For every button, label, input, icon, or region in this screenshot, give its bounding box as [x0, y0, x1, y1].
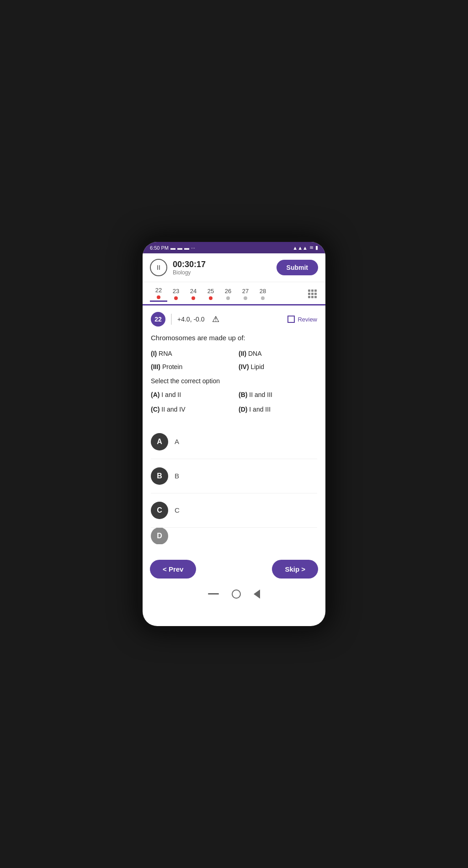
- question-meta: 22 +4.0, -0.0 ⚠ Review: [151, 312, 317, 327]
- wifi-icon: ≋: [309, 245, 314, 251]
- nav-item-23[interactable]: 23: [167, 288, 185, 304]
- android-nav-bar: [143, 585, 325, 600]
- nav-dot-25: [209, 296, 213, 300]
- nav-item-25[interactable]: 25: [202, 288, 219, 304]
- review-checkbox[interactable]: [287, 316, 295, 323]
- header-left: II 00:30:17 Biology: [150, 259, 206, 276]
- answer-circle-C: C: [151, 502, 168, 519]
- nav-item-27[interactable]: 27: [237, 288, 254, 304]
- back-icon[interactable]: [254, 589, 260, 599]
- phone-outer: 6:50 PM ▬ ▬ ▬ ··· ▲▲▲ ≋ ▮ II 00:30:17: [138, 237, 330, 631]
- correct-option-B: (B) II and III: [239, 388, 317, 401]
- answer-label-A: A: [175, 438, 179, 445]
- prev-button[interactable]: < Prev: [150, 560, 196, 579]
- timer-display: 00:30:17: [173, 260, 206, 269]
- select-label: Select the correct option: [151, 377, 317, 385]
- submit-button[interactable]: Submit: [277, 260, 318, 275]
- nav-num-26: 26: [225, 288, 231, 295]
- score-label: +4.0, -0.0: [177, 316, 205, 323]
- question-nav: 22 23 24 25 26: [143, 282, 325, 305]
- nav-dot-24: [191, 296, 195, 300]
- review-button[interactable]: Review: [287, 316, 317, 323]
- nav-dot-28: [261, 296, 265, 300]
- question-text: Chromosomes are made up of:: [151, 333, 317, 343]
- answer-label-B: B: [175, 472, 179, 480]
- grid-dot: [311, 293, 314, 295]
- sub-option-III: (III) Protein: [151, 361, 229, 373]
- answer-options: A A B B C C D: [143, 420, 325, 549]
- nav-num-23: 23: [173, 288, 179, 295]
- sub-option-II: (II) DNA: [239, 348, 317, 359]
- msg-icon2: ▬: [177, 245, 182, 251]
- answer-row-C[interactable]: C C: [151, 493, 317, 528]
- nav-row: 22 23 24 25 26: [150, 287, 318, 304]
- answer-circle-D: D: [151, 528, 168, 544]
- nav-item-28[interactable]: 28: [254, 288, 271, 304]
- answer-row-D[interactable]: D: [151, 528, 317, 544]
- question-number-badge: 22: [151, 312, 165, 327]
- correct-option-C: (C) II and IV: [151, 403, 229, 416]
- grid-dot: [308, 296, 310, 298]
- correct-options-grid: (A) I and II (B) II and III (C) II and I…: [151, 388, 317, 416]
- warning-icon: ⚠: [212, 314, 219, 324]
- active-bar: [150, 300, 167, 302]
- bottom-nav: < Prev Skip >: [143, 553, 325, 585]
- dots-icon: ···: [191, 245, 195, 251]
- grid-dot: [314, 289, 317, 292]
- nav-num-27: 27: [242, 288, 249, 295]
- nav-dot-27: [244, 296, 247, 300]
- nav-item-22[interactable]: 22: [150, 287, 167, 304]
- nav-num-24: 24: [190, 288, 197, 295]
- correct-option-A: (A) I and II: [151, 388, 229, 401]
- header: II 00:30:17 Biology Submit: [143, 253, 325, 282]
- status-bar: 6:50 PM ▬ ▬ ▬ ··· ▲▲▲ ≋ ▮: [143, 242, 325, 253]
- sub-option-IV: (IV) Lipid: [239, 361, 317, 373]
- timer-block: 00:30:17 Biology: [173, 260, 206, 276]
- sub-option-I: (I) RNA: [151, 348, 229, 359]
- time-label: 6:50 PM: [150, 245, 169, 251]
- grid-dot: [314, 293, 317, 295]
- home-icon[interactable]: [232, 589, 241, 599]
- signal-icon: ▲▲▲: [292, 245, 308, 251]
- nav-dot-26: [226, 296, 230, 300]
- grid-view-button[interactable]: [308, 289, 318, 302]
- pause-icon: II: [157, 264, 160, 271]
- msg-icon1: ▬: [170, 245, 176, 251]
- subject-label: Biology: [173, 269, 206, 276]
- skip-button[interactable]: Skip >: [272, 560, 318, 579]
- review-label: Review: [298, 316, 317, 323]
- recent-apps-icon[interactable]: [208, 593, 219, 595]
- grid-dot: [311, 289, 314, 292]
- nav-item-26[interactable]: 26: [219, 288, 237, 304]
- answer-label-C: C: [175, 506, 180, 514]
- grid-dot: [311, 296, 314, 298]
- nav-num-25: 25: [207, 288, 214, 295]
- nav-item-24[interactable]: 24: [185, 288, 202, 304]
- question-section: 22 +4.0, -0.0 ⚠ Review Chromosomes are m…: [143, 305, 325, 420]
- battery-icon: ▮: [315, 245, 318, 251]
- pause-button[interactable]: II: [150, 259, 167, 276]
- nav-num-28: 28: [260, 288, 266, 295]
- correct-option-D: (D) I and III: [239, 403, 317, 416]
- nav-dot-23: [174, 296, 178, 300]
- nav-num-22: 22: [155, 287, 162, 294]
- meta-divider: [171, 314, 172, 325]
- sub-options-grid: (I) RNA (II) DNA (III) Protein (IV) Lipi…: [151, 348, 317, 373]
- answer-circle-B: B: [151, 467, 168, 485]
- answer-circle-A: A: [151, 433, 168, 450]
- msg-icon3: ▬: [184, 245, 189, 251]
- grid-dot: [308, 293, 310, 295]
- status-time: 6:50 PM ▬ ▬ ▬ ···: [150, 245, 195, 251]
- answer-row-A[interactable]: A A: [151, 425, 317, 459]
- grid-dot: [314, 296, 317, 298]
- grid-dot: [308, 289, 310, 292]
- status-right: ▲▲▲ ≋ ▮: [292, 245, 318, 251]
- answer-row-B[interactable]: B B: [151, 459, 317, 493]
- nav-dot-22: [157, 295, 160, 299]
- phone-screen: 6:50 PM ▬ ▬ ▬ ··· ▲▲▲ ≋ ▮ II 00:30:17: [143, 242, 325, 626]
